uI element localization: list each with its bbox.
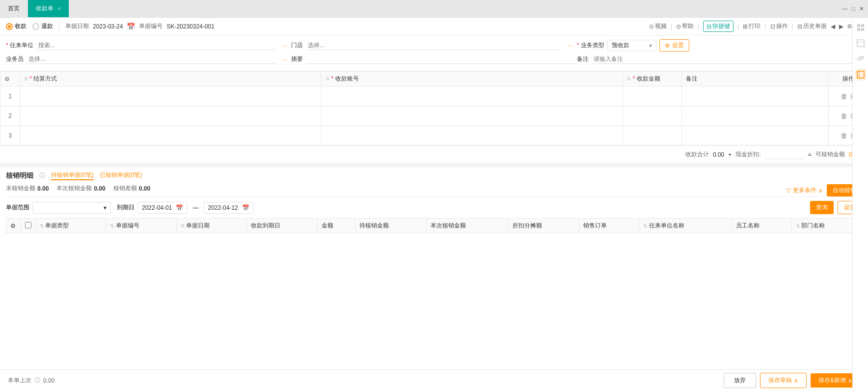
row-account-1[interactable]	[322, 86, 623, 106]
row-amount-2[interactable]	[623, 106, 682, 126]
window-controls: — □ ✕	[838, 5, 868, 12]
range-select[interactable]: ▾	[32, 202, 111, 214]
verify-table: ⚙ ⇅ 单据类型 ⇅ 单据编号 ⇅	[6, 218, 862, 233]
row-remark-3[interactable]	[682, 126, 829, 145]
abandon-button[interactable]: 放弃	[724, 373, 756, 388]
th-current-verify: 本次核销金额	[426, 219, 508, 233]
tab-pending[interactable]: 待核销单据(0笔)	[51, 171, 94, 180]
minimize-btn[interactable]: —	[842, 5, 848, 12]
maximize-btn[interactable]: □	[852, 5, 855, 12]
operation-btn[interactable]: ⊡ 操作	[770, 22, 788, 30]
row-amount-1[interactable]	[623, 86, 682, 106]
print-label: 打印	[749, 22, 760, 30]
diff-stat: 核销差额 0.00	[113, 184, 150, 193]
nav-left-btn[interactable]: ◀	[831, 23, 835, 30]
calendar-icon[interactable]: 📅	[127, 23, 135, 30]
tab-done[interactable]: 已核销单据(0笔)	[100, 171, 142, 180]
th-sales-order: 销售订单	[579, 219, 639, 233]
chevron-up-icon: ∧	[818, 187, 823, 194]
row-settlement-3[interactable]	[20, 126, 322, 145]
print-btn[interactable]: ⊞ 打印	[743, 22, 760, 30]
history-icon: ⊟	[797, 23, 802, 30]
history-btn[interactable]: ⊟ 历史单据	[797, 22, 827, 30]
sort-settlement-icon[interactable]: ⇅	[24, 76, 28, 82]
save-draft-button[interactable]: 保存草稿 ∧	[760, 373, 807, 388]
store-more-icon[interactable]: ···	[568, 42, 573, 49]
sort-doc-date-icon[interactable]: ⇅	[181, 223, 185, 228]
help-label: 帮助	[682, 22, 694, 30]
row-settlement-1[interactable]	[20, 86, 322, 106]
sort-counterparty-icon[interactable]: ⇅	[643, 223, 647, 228]
nav-right-btn[interactable]: ▶	[839, 23, 843, 30]
calendar-to-icon[interactable]: 📅	[242, 204, 249, 211]
tab-receipt-close[interactable]: ×	[57, 5, 61, 12]
help-btn[interactable]: ⊙ 帮助	[676, 22, 694, 30]
sort-dept-icon[interactable]: ⇅	[796, 223, 800, 228]
date-to-input[interactable]: 2022-04-12 📅	[203, 202, 253, 214]
row-delete-3[interactable]: 🗑	[841, 132, 847, 140]
row-account-3[interactable]	[322, 126, 623, 145]
shortcut-btn[interactable]: ⊟ 快捷键	[703, 21, 733, 32]
verify-info-icon[interactable]: ⓘ	[39, 171, 45, 180]
sidebar-icon-1[interactable]	[855, 22, 867, 33]
bottom-info-icon[interactable]: ⓘ	[34, 376, 40, 385]
tab-home[interactable]: 首页	[0, 0, 28, 17]
date-label: 到期日	[117, 203, 135, 212]
query-button[interactable]: 查询	[810, 201, 834, 214]
calendar-from-icon[interactable]: 📅	[176, 204, 183, 211]
svg-rect-1	[861, 24, 864, 27]
row-remark-1[interactable]	[682, 86, 829, 106]
unchecked-label: 未核销金额	[6, 184, 35, 193]
sort-amount-icon[interactable]: ⇅	[627, 76, 631, 82]
date-from-input[interactable]: 2022-04-01 📅	[137, 202, 188, 214]
sidebar-icon-4[interactable]	[855, 69, 867, 81]
tab-receipt[interactable]: 收款单 ×	[28, 0, 69, 17]
counterparty-input[interactable]	[36, 41, 275, 50]
counterparty-more-icon[interactable]: ···	[282, 42, 287, 49]
business-type-select[interactable]: 预收款 ▾	[607, 40, 656, 51]
th-current-verify-label: 本次核销金额	[431, 222, 466, 229]
salesperson-input[interactable]	[27, 55, 275, 64]
radio-refund[interactable]: 退款	[32, 22, 53, 30]
row-delete-1[interactable]: 🗑	[841, 92, 847, 100]
sort-account-icon[interactable]: ⇅	[326, 76, 329, 82]
th-sales-order-label: 销售订单	[583, 222, 607, 229]
list-view-btn[interactable]: ≡	[847, 22, 852, 31]
table-gear-icon[interactable]: ⚙	[4, 76, 10, 83]
more-conditions-label: 更多条件	[793, 186, 816, 195]
th-amount-label: 收款金额	[637, 75, 660, 82]
abandon-label: 放弃	[734, 377, 746, 384]
video-btn[interactable]: ⊙ 视频	[649, 22, 667, 30]
more-conditions-btn[interactable]: ▽ 更多条件 ∧	[787, 186, 823, 195]
th-remark: 备注	[682, 72, 829, 86]
settings-button[interactable]: ⚙ 设置	[659, 39, 689, 52]
th-gear[interactable]: ⚙	[6, 219, 21, 233]
th-amount: 金额	[318, 219, 355, 233]
filter-icon: ▽	[787, 187, 791, 194]
row-delete-2[interactable]: 🗑	[841, 112, 847, 120]
remark-input[interactable]	[592, 55, 862, 64]
right-sidebar	[852, 18, 868, 391]
sidebar-icon-2[interactable]	[855, 37, 867, 49]
video-icon: ⊙	[649, 23, 654, 30]
radio-receipt[interactable]: 收款	[6, 22, 27, 30]
close-btn[interactable]: ✕	[859, 5, 864, 12]
row-amount-3[interactable]	[623, 126, 682, 145]
store-input[interactable]	[306, 41, 561, 50]
discount-input[interactable]	[765, 150, 804, 159]
sort-doc-type-icon[interactable]: ⇅	[40, 223, 44, 228]
row-remark-2[interactable]	[682, 106, 829, 126]
sort-doc-number-icon[interactable]: ⇅	[110, 223, 114, 228]
summary-input[interactable]	[306, 55, 576, 64]
row-settlement-2[interactable]	[20, 106, 322, 126]
svg-rect-4	[857, 40, 864, 47]
salesperson-more-icon[interactable]: ···	[282, 56, 287, 63]
th-remark-label: 备注	[686, 75, 698, 82]
select-all-checkbox[interactable]	[25, 222, 31, 228]
summary-label: 摘要	[291, 55, 303, 63]
row-account-2[interactable]	[322, 106, 623, 126]
th-checkbox[interactable]	[21, 219, 36, 233]
sidebar-icon-3[interactable]	[855, 53, 867, 65]
table-settings-col[interactable]: ⚙	[0, 72, 20, 86]
save-draft-label: 保存草稿	[768, 376, 792, 385]
